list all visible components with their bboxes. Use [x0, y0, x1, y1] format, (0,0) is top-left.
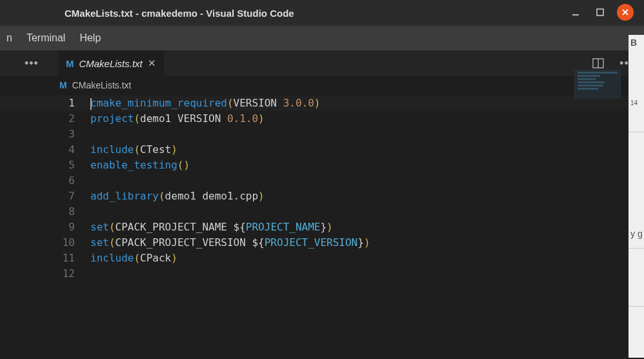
minimize-button[interactable]	[568, 5, 583, 20]
menu-fragment[interactable]: n	[0, 32, 19, 44]
code-line[interactable]: 8	[0, 204, 644, 220]
code-content[interactable]: set(CPACK_PROJECT_NAME ${PROJECT_NAME})	[90, 220, 333, 235]
code-line[interactable]: 12	[0, 266, 644, 282]
menu-bar: n Terminal Help	[0, 26, 644, 50]
svg-rect-1	[597, 9, 603, 15]
code-line[interactable]: 4include(CTest)	[0, 142, 644, 158]
window-controls	[568, 4, 634, 21]
line-number: 8	[0, 204, 90, 220]
bg-label: y g	[630, 229, 643, 239]
tab-label: CMakeLists.txt	[79, 58, 142, 69]
line-number: 11	[0, 251, 90, 266]
maximize-button[interactable]	[592, 5, 608, 20]
code-line[interactable]: 1cmake_minimum_required(VERSION 3.0.0)	[0, 96, 644, 111]
code-line[interactable]: 7add_library(demo1 demo1.cpp)	[0, 189, 644, 204]
code-line[interactable]: 5enable_testing()	[0, 158, 644, 173]
bg-label: 14	[630, 99, 638, 107]
tab-cmakelists[interactable]: M CMakeLists.txt ✕	[58, 50, 164, 76]
code-line[interactable]: 11include(CPack)	[0, 251, 644, 266]
line-number: 9	[0, 220, 90, 235]
code-line[interactable]: 6	[0, 173, 644, 189]
breadcrumb-label: CMakeLists.txt	[72, 80, 132, 90]
code-line[interactable]: 10set(CPACK_PROJECT_VERSION ${PROJECT_VE…	[0, 235, 644, 251]
code-content[interactable]: add_library(demo1 demo1.cpp)	[90, 189, 265, 204]
tab-overflow-icon[interactable]: •••	[18, 57, 45, 70]
close-icon[interactable]: ✕	[148, 57, 156, 69]
file-icon: M	[59, 80, 67, 90]
line-number: 7	[0, 189, 90, 204]
code-editor[interactable]: 1cmake_minimum_required(VERSION 3.0.0)2p…	[0, 94, 644, 282]
background-window-edge: B 14 y g	[629, 35, 644, 358]
code-line[interactable]: 2project(demo1 VERSION 0.1.0)	[0, 111, 644, 127]
code-content[interactable]: project(demo1 VERSION 0.1.0)	[90, 111, 265, 127]
minimap[interactable]	[574, 70, 621, 98]
line-number: 2	[0, 111, 90, 127]
code-line[interactable]: 9set(CPACK_PROJECT_NAME ${PROJECT_NAME})	[0, 220, 644, 235]
line-number: 5	[0, 158, 90, 173]
code-content[interactable]: cmake_minimum_required(VERSION 3.0.0)	[90, 96, 320, 111]
split-editor-icon[interactable]	[592, 57, 604, 69]
window-title: CMakeLists.txt - cmakedemo - Visual Stud…	[65, 8, 294, 19]
file-icon: M	[66, 58, 74, 69]
editor-tabs: ••• M CMakeLists.txt ✕ •••	[0, 50, 644, 76]
title-bar: CMakeLists.txt - cmakedemo - Visual Stud…	[0, 0, 644, 26]
code-content[interactable]: include(CTest)	[90, 142, 177, 158]
line-number: 6	[0, 173, 90, 189]
line-number: 10	[0, 235, 90, 251]
menu-help[interactable]: Help	[73, 32, 107, 44]
line-number: 4	[0, 142, 90, 158]
menu-terminal[interactable]: Terminal	[20, 32, 72, 44]
close-button[interactable]	[617, 4, 634, 21]
code-content[interactable]: enable_testing()	[90, 158, 190, 173]
bg-label: B	[630, 37, 637, 48]
breadcrumb[interactable]: M CMakeLists.txt	[0, 76, 644, 94]
code-content[interactable]: include(CPack)	[90, 251, 177, 266]
line-number: 12	[0, 266, 90, 282]
line-number: 1	[0, 96, 90, 111]
code-content[interactable]: set(CPACK_PROJECT_VERSION ${PROJECT_VERS…	[90, 235, 370, 251]
code-line[interactable]: 3	[0, 127, 644, 142]
line-number: 3	[0, 127, 90, 142]
